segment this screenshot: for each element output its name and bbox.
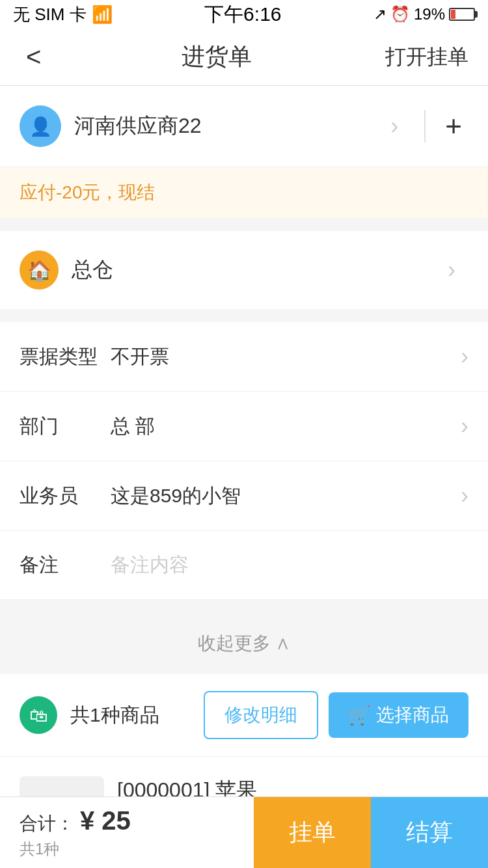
department-label: 部门 <box>20 413 111 440</box>
total-section: 合计： ¥ 25 共1种 <box>0 797 254 868</box>
battery-percent: 19% <box>414 5 445 23</box>
select-product-label: 选择商品 <box>376 703 449 727</box>
suspend-button[interactable]: 挂单 <box>254 797 371 868</box>
total-count: 共1种 <box>20 839 234 860</box>
edit-detail-button[interactable]: 修改明细 <box>204 691 318 739</box>
collapse-button[interactable]: 收起更多 ∧ <box>0 613 488 674</box>
battery-icon <box>449 8 475 21</box>
back-button[interactable]: < <box>20 36 47 78</box>
salesman-row[interactable]: 业务员 这是859的小智 › <box>0 461 488 531</box>
total-amount: ¥ 25 <box>80 806 131 835</box>
status-bar: 无 SIM 卡 📶 下午6:16 ↗ ⏰ 19% <box>0 0 488 29</box>
invoice-type-chevron-icon: › <box>461 343 468 370</box>
supplier-row[interactable]: 👤 河南供应商22 › + <box>0 86 488 167</box>
status-bar-left: 无 SIM 卡 📶 <box>13 3 113 26</box>
warehouse-row[interactable]: 🏠 总仓 › <box>0 231 488 309</box>
select-product-button[interactable]: 🛒 选择商品 <box>329 692 468 738</box>
warehouse-section[interactable]: 🏠 总仓 › <box>0 231 488 309</box>
bottom-bar: 合计： ¥ 25 共1种 挂单 结算 <box>0 796 488 868</box>
warehouse-icon: 🏠 <box>20 251 59 290</box>
total-row: 合计： ¥ 25 <box>20 806 234 836</box>
carrier-label: 无 SIM 卡 <box>13 3 87 26</box>
invoice-type-value: 不开票 <box>111 344 461 370</box>
salesman-value: 这是859的小智 <box>111 483 461 509</box>
bag-icon: 🛍 <box>29 705 47 726</box>
total-label: 合计： <box>20 813 74 834</box>
supplier-name: 河南供应商22 <box>74 112 390 141</box>
invoice-type-row[interactable]: 票据类型 不开票 › <box>0 322 488 392</box>
warehouse-name: 总仓 <box>72 256 448 284</box>
remark-input[interactable]: 备注内容 <box>111 552 468 578</box>
salesman-chevron-icon: › <box>461 482 468 509</box>
salesman-label: 业务员 <box>20 483 111 509</box>
supplier-section: 👤 河南供应商22 › + 应付-20元，现结 <box>0 86 488 218</box>
product-count-label: 共1种商品 <box>70 702 204 729</box>
status-bar-time: 下午6:16 <box>204 1 281 28</box>
page-title: 进货单 <box>182 41 252 73</box>
notice-banner: 应付-20元，现结 <box>0 167 488 218</box>
open-suspend-button[interactable]: 打开挂单 <box>385 43 468 72</box>
vertical-divider <box>424 110 426 142</box>
form-section: 票据类型 不开票 › 部门 总 部 › 业务员 这是859的小智 › 备注 备注… <box>0 322 488 600</box>
product-header: 🛍 共1种商品 修改明细 🛒 选择商品 <box>0 674 488 757</box>
supplier-avatar: 👤 <box>20 105 61 147</box>
status-bar-right: ↗ ⏰ 19% <box>373 5 475 23</box>
remark-row[interactable]: 备注 备注内容 <box>0 531 488 600</box>
supplier-chevron-icon: › <box>390 113 398 140</box>
department-chevron-icon: › <box>461 413 468 440</box>
product-section-icon: 🛍 <box>20 696 57 734</box>
cart-icon: 🛒 <box>348 705 371 726</box>
main-content: 👤 河南供应商22 › + 应付-20元，现结 🏠 总仓 › 票据类型 不开票 … <box>0 86 488 868</box>
location-icon: ↗ <box>373 5 386 23</box>
wifi-icon: 📶 <box>92 5 113 25</box>
department-value: 总 部 <box>111 413 461 440</box>
department-row[interactable]: 部门 总 部 › <box>0 392 488 461</box>
avatar-icon: 👤 <box>29 116 52 137</box>
add-button[interactable]: + <box>439 110 468 142</box>
checkout-button[interactable]: 结算 <box>371 797 488 868</box>
alarm-icon: ⏰ <box>390 5 410 23</box>
nav-bar: < 进货单 打开挂单 <box>0 29 488 86</box>
warehouse-chevron-icon: › <box>448 256 455 284</box>
remark-label: 备注 <box>20 552 111 578</box>
invoice-type-label: 票据类型 <box>20 344 111 370</box>
